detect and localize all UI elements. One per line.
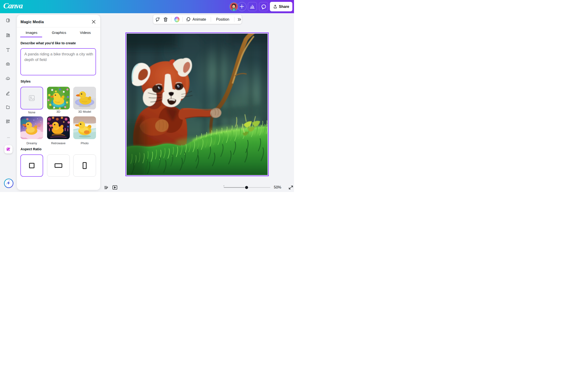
svg-text:co: co — [7, 64, 9, 65]
